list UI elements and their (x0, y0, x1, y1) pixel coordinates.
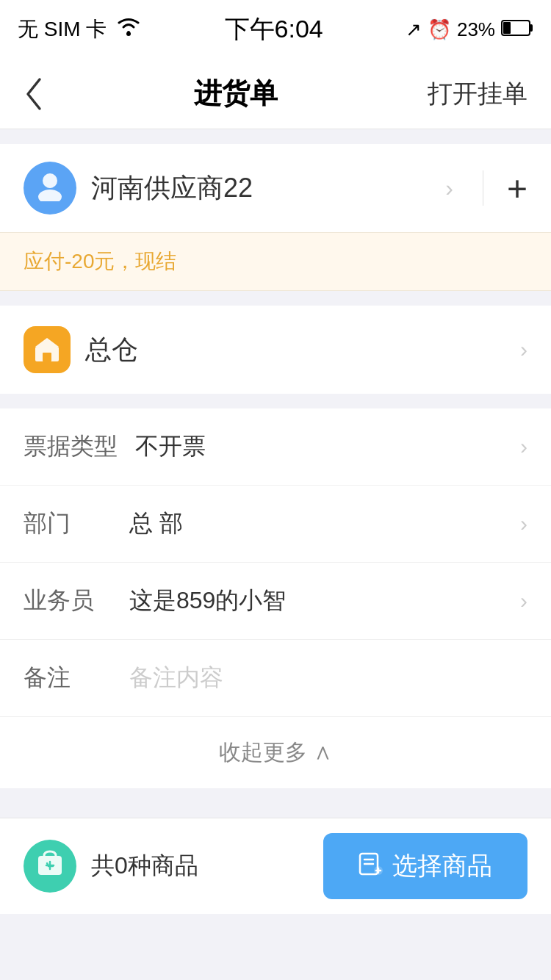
supplier-chevron-icon: › (445, 175, 453, 202)
battery-text: 23% (457, 18, 495, 41)
salesman-chevron-icon: › (520, 588, 527, 613)
carrier-text: 无 SIM 卡 (18, 15, 107, 43)
warehouse-name: 总仓 (85, 332, 520, 368)
battery-icon (501, 18, 533, 41)
remark-row[interactable]: 备注 备注内容 (0, 640, 551, 716)
select-product-icon (359, 851, 383, 882)
wifi-icon (115, 18, 142, 42)
divider-top (0, 129, 551, 144)
warehouse-chevron-icon: › (520, 337, 527, 362)
status-time: 下午6:04 (225, 12, 323, 46)
supplier-row[interactable]: 河南供应商22 › + (0, 144, 551, 232)
svg-point-4 (43, 173, 57, 188)
collapse-label: 收起更多 ∧ (219, 738, 331, 768)
status-bar: 无 SIM 卡 下午6:04 ↗ ⏰ 23% (0, 0, 551, 59)
page-title: 进货单 (194, 75, 278, 112)
payment-notice: 应付-20元，现结 (0, 232, 551, 291)
invoice-value: 不开票 (118, 430, 520, 463)
invoice-label: 票据类型 (24, 430, 118, 463)
dept-chevron-icon: › (520, 511, 527, 536)
add-supplier-button[interactable]: + (507, 168, 527, 209)
invoice-chevron-icon: › (520, 434, 527, 459)
status-right: ↗ ⏰ 23% (406, 18, 533, 41)
svg-rect-8 (43, 353, 51, 361)
dept-row[interactable]: 部门 总 部 › (0, 486, 551, 563)
supplier-divider (483, 170, 483, 206)
dept-value: 总 部 (112, 508, 520, 540)
status-left: 无 SIM 卡 (18, 15, 142, 43)
select-product-button[interactable]: 选择商品 (323, 833, 527, 899)
svg-marker-7 (35, 338, 59, 347)
supplier-name: 河南供应商22 (91, 170, 445, 206)
warehouse-row[interactable]: 总仓 › (0, 306, 551, 394)
supplier-avatar (24, 162, 76, 215)
background-fill (0, 914, 551, 980)
bottom-bar: 共0种商品 选择商品 (0, 818, 551, 914)
select-product-label: 选择商品 (392, 849, 492, 883)
invoice-row[interactable]: 票据类型 不开票 › (0, 408, 551, 486)
dept-label: 部门 (24, 508, 112, 540)
salesman-row[interactable]: 业务员 这是859的小智 › (0, 563, 551, 640)
salesman-value: 这是859的小智 (112, 585, 520, 617)
cart-icon-wrap (24, 840, 76, 893)
divider-2 (0, 394, 551, 408)
svg-rect-3 (503, 22, 511, 34)
svg-rect-2 (530, 24, 533, 32)
back-button[interactable] (24, 76, 44, 112)
remark-label: 备注 (24, 662, 112, 694)
collapse-row[interactable]: 收起更多 ∧ (0, 716, 551, 788)
warehouse-icon (24, 326, 71, 373)
person-icon (34, 169, 66, 208)
open-pending-button[interactable]: 打开挂单 (428, 77, 527, 111)
svg-point-0 (126, 32, 131, 36)
supplier-section: 河南供应商22 › + 应付-20元，现结 (0, 144, 551, 291)
alarm-icon: ⏰ (428, 18, 451, 41)
product-count: 共0种商品 (91, 850, 323, 882)
location-icon: ↗ (406, 18, 422, 41)
salesman-label: 业务员 (24, 585, 112, 617)
divider-3 (0, 788, 551, 803)
divider-1 (0, 291, 551, 306)
svg-point-5 (38, 190, 62, 201)
nav-bar: 进货单 打开挂单 (0, 59, 551, 129)
remark-input[interactable]: 备注内容 (112, 662, 527, 694)
